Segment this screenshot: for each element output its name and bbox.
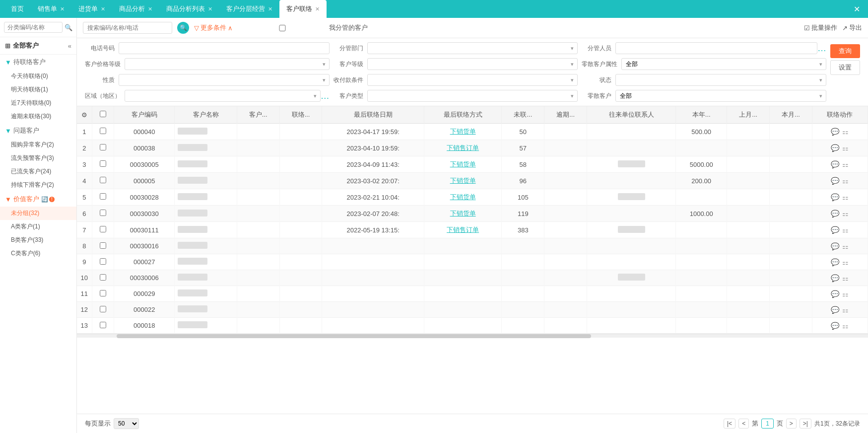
- batch-op-btn[interactable]: ☑ 批量操作: [804, 23, 837, 32]
- first-page-btn[interactable]: |<: [724, 419, 735, 429]
- tab-bar-close-btn[interactable]: ✕: [850, 4, 864, 14]
- select-all-checkbox[interactable]: [100, 111, 106, 117]
- sidebar-group-value[interactable]: ▼ 价值客户 🔄 !: [0, 192, 76, 207]
- row-checkbox[interactable]: [92, 140, 114, 156]
- manager-input[interactable]: [615, 42, 817, 54]
- chat-icon[interactable]: 💬: [831, 322, 839, 330]
- prev-page-btn[interactable]: <: [738, 419, 749, 429]
- current-page[interactable]: 1: [761, 419, 774, 429]
- sidebar-all-customers[interactable]: ⊞ 全部客户 «: [0, 37, 76, 55]
- sidebar-search-icon[interactable]: 🔍: [65, 24, 72, 31]
- nature-select[interactable]: [119, 74, 330, 86]
- chat-icon[interactable]: 💬: [831, 306, 839, 314]
- chat-icon[interactable]: 💬: [831, 274, 839, 282]
- row-checkbox[interactable]: [92, 238, 114, 254]
- row-checkbox[interactable]: [92, 173, 114, 189]
- more-icon[interactable]: ⚏: [842, 210, 849, 217]
- sidebar-item-class-c[interactable]: C类客户(6): [0, 247, 76, 260]
- row-checkbox[interactable]: [92, 222, 114, 238]
- export-btn[interactable]: ↗ 导出: [842, 23, 862, 32]
- tab-customer-tier[interactable]: 客户分层经营 ✕: [219, 0, 279, 18]
- collapse-icon[interactable]: «: [68, 42, 71, 50]
- sidebar-item-class-a[interactable]: A类客户(1): [0, 220, 76, 233]
- row-checkbox[interactable]: [92, 189, 114, 206]
- more-conditions-btn[interactable]: ▽ 更多条件 ∧: [194, 23, 233, 32]
- more-icon[interactable]: ⚏: [842, 160, 849, 168]
- more-icon[interactable]: ⚏: [842, 258, 849, 266]
- chat-icon[interactable]: 💬: [831, 128, 839, 136]
- phone-input[interactable]: [119, 42, 330, 54]
- row-checkbox[interactable]: [92, 156, 114, 173]
- tab-customer-contact-close[interactable]: ✕: [315, 6, 320, 12]
- row-checkbox[interactable]: [92, 302, 114, 318]
- price-grade-select[interactable]: [125, 58, 330, 70]
- chat-icon[interactable]: 💬: [831, 193, 839, 201]
- sidebar-item-class-b[interactable]: B类客户(33): [0, 233, 76, 247]
- checkbox-col[interactable]: [92, 106, 114, 124]
- query-button[interactable]: 查询: [830, 44, 860, 58]
- row-checkbox[interactable]: [92, 254, 114, 270]
- tab-customer-contact[interactable]: 客户联络 ✕: [279, 0, 327, 18]
- payment-select[interactable]: [367, 74, 578, 86]
- chat-icon[interactable]: 💬: [831, 290, 839, 298]
- sidebar-item-today[interactable]: 今天待联络(0): [0, 70, 76, 83]
- more-icon[interactable]: ⚏: [842, 322, 849, 330]
- tab-product-list[interactable]: 商品分析列表 ✕: [159, 0, 219, 18]
- search-input[interactable]: [83, 22, 172, 34]
- chat-icon[interactable]: 💬: [831, 144, 839, 152]
- dept-select[interactable]: [367, 42, 578, 54]
- sidebar-item-tomorrow[interactable]: 明天待联络(1): [0, 83, 76, 96]
- scatter-attr-select[interactable]: 全部: [621, 58, 826, 70]
- sidebar-item-declining[interactable]: 持续下滑客户(2): [0, 178, 76, 192]
- chat-icon[interactable]: 💬: [831, 160, 839, 168]
- more-icon[interactable]: ⚏: [842, 177, 849, 185]
- more-icon[interactable]: ⚏: [842, 306, 849, 314]
- next-page-btn[interactable]: >: [786, 419, 797, 429]
- scatter-cust-select[interactable]: 全部: [615, 90, 826, 102]
- tab-sales[interactable]: 销售单 ✕: [31, 0, 71, 18]
- sidebar-item-unclassified[interactable]: 未分组(32): [0, 207, 76, 220]
- more-icon[interactable]: ⚏: [842, 290, 849, 298]
- cust-type-select[interactable]: [367, 90, 578, 102]
- chat-icon[interactable]: 💬: [831, 258, 839, 266]
- region-more-icon[interactable]: …: [321, 91, 330, 101]
- sidebar-group-pending[interactable]: ▼ 待联络客户: [0, 55, 76, 70]
- sidebar-item-abnormal[interactable]: 囤购异常客户(2): [0, 138, 76, 151]
- more-icon[interactable]: ⚏: [842, 274, 849, 282]
- status-select[interactable]: [615, 74, 826, 86]
- more-icon[interactable]: ⚏: [842, 226, 849, 234]
- tab-product-analysis-close[interactable]: ✕: [148, 6, 152, 12]
- reset-button[interactable]: 设置: [830, 60, 860, 75]
- horizontal-scrollbar[interactable]: [77, 334, 868, 338]
- tab-sales-close[interactable]: ✕: [60, 6, 65, 12]
- more-icon[interactable]: ⚏: [842, 242, 849, 250]
- row-checkbox[interactable]: [92, 206, 114, 222]
- region-select[interactable]: [125, 90, 321, 102]
- my-customers-checkbox[interactable]: [238, 25, 327, 31]
- row-checkbox[interactable]: [92, 124, 114, 140]
- settings-col[interactable]: ⚙: [77, 106, 92, 124]
- more-icon[interactable]: ⚏: [842, 144, 849, 152]
- row-checkbox[interactable]: [92, 286, 114, 302]
- row-checkbox[interactable]: [92, 270, 114, 286]
- tab-purchase-close[interactable]: ✕: [101, 6, 105, 12]
- my-customers-checkbox-label[interactable]: 我分管的客户: [238, 23, 368, 32]
- sidebar-item-7days[interactable]: 近7天待联络(0): [0, 96, 76, 110]
- sidebar-item-overdue[interactable]: 逾期未联络(30): [0, 110, 76, 123]
- more-icon[interactable]: ⚏: [842, 193, 849, 201]
- chat-icon[interactable]: 💬: [831, 210, 839, 217]
- page-size-select[interactable]: 50 100: [114, 418, 139, 429]
- search-button[interactable]: 🔍: [177, 22, 189, 34]
- tab-home[interactable]: 首页: [4, 0, 31, 18]
- sidebar-item-churned[interactable]: 已流失客户(24): [0, 165, 76, 178]
- tab-product-list-close[interactable]: ✕: [208, 6, 212, 12]
- last-page-btn[interactable]: >|: [800, 419, 811, 429]
- chat-icon[interactable]: 💬: [831, 226, 839, 234]
- scrollbar-thumb[interactable]: [117, 334, 591, 338]
- sidebar-group-problem[interactable]: ▼ 问题客户: [0, 123, 76, 138]
- sidebar-search-input[interactable]: [4, 22, 63, 33]
- chat-icon[interactable]: 💬: [831, 177, 839, 185]
- tab-purchase[interactable]: 进货单 ✕: [71, 0, 112, 18]
- sidebar-item-churn-warning[interactable]: 流失预警客户(3): [0, 151, 76, 165]
- chat-icon[interactable]: 💬: [831, 242, 839, 250]
